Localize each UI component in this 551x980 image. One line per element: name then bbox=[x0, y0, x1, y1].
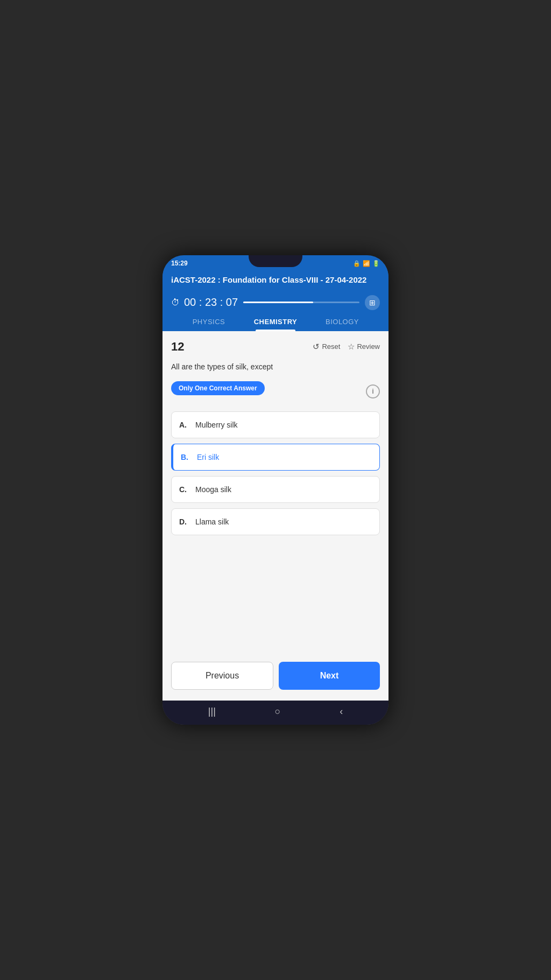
status-time: 15:29 bbox=[171, 260, 188, 267]
tab-chemistry[interactable]: CHEMISTRY bbox=[242, 312, 309, 331]
badge-info-row: Only One Correct Answer i bbox=[171, 381, 380, 401]
info-icon[interactable]: i bbox=[366, 384, 380, 398]
app-header: iACST-2022 : Foundation for Class-VIII -… bbox=[163, 269, 388, 331]
timer-progress-bar bbox=[243, 302, 359, 303]
timer-value: 00 : 23 : 07 bbox=[184, 296, 238, 309]
question-header: 12 ↺ Reset ☆ Review bbox=[171, 340, 380, 354]
answer-type-badge: Only One Correct Answer bbox=[171, 381, 265, 395]
option-d[interactable]: D. Llama silk bbox=[171, 508, 380, 535]
option-c-label: C. bbox=[179, 485, 190, 494]
phone-nav-bar: ||| ○ ‹ bbox=[163, 701, 388, 725]
option-c-text: Mooga silk bbox=[195, 485, 231, 494]
reset-icon: ↺ bbox=[313, 342, 320, 352]
option-b[interactable]: B. Eri silk bbox=[171, 444, 380, 471]
question-actions: ↺ Reset ☆ Review bbox=[313, 342, 380, 352]
exam-title: iACST-2022 : Foundation for Class-VIII -… bbox=[171, 275, 380, 291]
bottom-nav: Previous Next bbox=[163, 654, 388, 701]
question-number: 12 bbox=[171, 340, 184, 354]
option-a-label: A. bbox=[179, 421, 190, 429]
review-label: Review bbox=[357, 342, 380, 351]
home-nav-button[interactable]: ○ bbox=[275, 706, 281, 717]
previous-button[interactable]: Previous bbox=[171, 662, 273, 690]
reset-label: Reset bbox=[322, 342, 340, 351]
options-list: A. Mulberry silk B. Eri silk C. Mooga si… bbox=[171, 411, 380, 535]
tab-biology[interactable]: BIOLOGY bbox=[309, 312, 376, 331]
timer-display: ⏱ 00 : 23 : 07 bbox=[171, 296, 238, 309]
option-d-label: D. bbox=[179, 517, 190, 526]
option-a-text: Mulberry silk bbox=[195, 421, 238, 429]
next-button[interactable]: Next bbox=[279, 662, 380, 690]
notch bbox=[249, 255, 302, 267]
wifi-icon: 📶 bbox=[363, 260, 370, 267]
tab-physics[interactable]: PHYSICS bbox=[175, 312, 242, 331]
signal-icon: 🔒 bbox=[353, 260, 361, 267]
question-text: All are the types of silk, except bbox=[171, 361, 380, 373]
phone-frame: 15:29 🔒 📶 🔋 iACST-2022 : Foundation for … bbox=[163, 255, 388, 725]
review-button[interactable]: ☆ Review bbox=[348, 342, 380, 352]
option-b-label: B. bbox=[181, 453, 192, 461]
recent-nav-button[interactable]: ‹ bbox=[340, 706, 343, 717]
option-c[interactable]: C. Mooga silk bbox=[171, 476, 380, 503]
subject-tabs: PHYSICS CHEMISTRY BIOLOGY bbox=[171, 312, 380, 331]
grid-icon[interactable]: ⊞ bbox=[365, 295, 380, 310]
option-a[interactable]: A. Mulberry silk bbox=[171, 411, 380, 438]
timer-progress-fill bbox=[243, 302, 313, 303]
status-icons: 🔒 📶 🔋 bbox=[353, 260, 380, 267]
question-content: 12 ↺ Reset ☆ Review All are the types of… bbox=[163, 331, 388, 654]
star-icon: ☆ bbox=[348, 342, 355, 352]
reset-button[interactable]: ↺ Reset bbox=[313, 342, 340, 352]
option-d-text: Llama silk bbox=[195, 517, 229, 526]
back-nav-button[interactable]: ||| bbox=[208, 706, 216, 717]
timer-icon: ⏱ bbox=[171, 298, 180, 307]
timer-row: ⏱ 00 : 23 : 07 ⊞ bbox=[171, 291, 380, 312]
option-b-text: Eri silk bbox=[197, 453, 219, 461]
battery-icon: 🔋 bbox=[372, 260, 380, 267]
